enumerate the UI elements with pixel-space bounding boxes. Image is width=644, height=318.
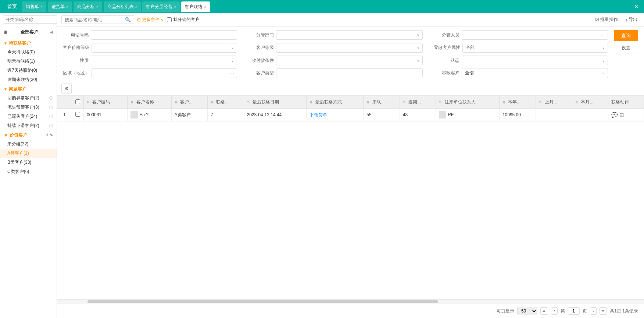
- nav-tab-product-analysis[interactable]: 商品分析 ×: [74, 1, 102, 12]
- nav-tab-sales[interactable]: 销售单 ×: [22, 1, 46, 12]
- row-last-type[interactable]: 下销货单: [307, 109, 364, 121]
- sidebar-item-class-b[interactable]: B类客户(33): [0, 158, 57, 167]
- nav-tab-customer-tier-close[interactable]: ×: [174, 5, 176, 9]
- dept-dropdown[interactable]: ∨: [276, 30, 422, 40]
- nav-tab-analysis-list-close[interactable]: ×: [135, 5, 137, 9]
- sidebar-item-repurchase-abnormal[interactable]: 回购异常客户(2) ⓘ: [0, 93, 57, 103]
- price-level-dropdown[interactable]: ∨: [92, 43, 237, 53]
- person-dotted[interactable]: ···: [462, 30, 608, 40]
- first-page-button[interactable]: «: [540, 307, 548, 315]
- row-checkbox[interactable]: [72, 109, 84, 121]
- col-this-month[interactable]: ⇅ 本月...: [572, 96, 608, 109]
- refresh-icon[interactable]: ↺: [45, 133, 49, 138]
- payment-dropdown[interactable]: ∨: [276, 56, 422, 65]
- filter-search-input[interactable]: [65, 17, 124, 22]
- sidebar-item-overdue-contact[interactable]: 逾期未联络(30): [0, 75, 57, 84]
- nav-tab-sales-close[interactable]: ×: [40, 5, 43, 9]
- col-this-year[interactable]: ⇅ 本年...: [499, 96, 536, 109]
- col-checkbox[interactable]: [72, 96, 84, 109]
- col-name[interactable]: ⇅ 客户名称: [128, 96, 171, 109]
- per-page-select[interactable]: 50 100 200: [517, 307, 537, 315]
- sidebar-item-class-a[interactable]: A类客户(1): [0, 149, 57, 158]
- last-contact-type-link[interactable]: 下销货单: [310, 112, 327, 117]
- col-this-month-label: 本月...: [581, 99, 593, 105]
- nav-tab-purchase[interactable]: 进货单 ×: [48, 1, 72, 12]
- more-filter-button[interactable]: ⊞ 更多条件 ∨: [137, 17, 164, 23]
- my-customer-checkbox[interactable]: [167, 17, 172, 22]
- next-page-button[interactable]: ›: [590, 307, 597, 315]
- repurchase-abnormal-label: 回购异常客户(2): [7, 95, 49, 101]
- all-customers-label: 全部客户: [21, 29, 38, 35]
- col-level[interactable]: ⇅ 客户...: [171, 96, 208, 109]
- phone-input[interactable]: [91, 30, 237, 40]
- col-last-type[interactable]: ⇅ 最后联络方式: [307, 96, 364, 109]
- row-select-checkbox[interactable]: [75, 112, 80, 117]
- select-all-checkbox[interactable]: [75, 99, 80, 104]
- filter-search-icon[interactable]: 🔍: [125, 17, 131, 22]
- col-contact-count[interactable]: ⇅ 联络...: [208, 96, 244, 109]
- customer-level-dropdown[interactable]: ∨: [276, 43, 422, 53]
- retail-label: 零散客户: [434, 70, 459, 76]
- filter-cell-retail-attr: 零散客户属性 全部 ∨: [434, 43, 608, 53]
- status-dropdown[interactable]: ∨: [462, 56, 608, 65]
- collapse-icon[interactable]: ◀: [50, 30, 53, 35]
- edit-icon[interactable]: ✎: [50, 133, 53, 138]
- section-arrow-pending: ▼: [4, 41, 7, 45]
- retail-attr-label: 零散客户属性: [434, 45, 460, 51]
- overdue-contact-label: 逾期未联络(30): [7, 77, 53, 83]
- nav-tab-product-analysis-close[interactable]: ×: [96, 5, 99, 9]
- nav-tab-customer-contact-close[interactable]: ×: [204, 5, 206, 9]
- col-index: [57, 96, 72, 109]
- retail-dropdown[interactable]: 全部 ∨: [462, 68, 608, 78]
- sidebar-item-churned[interactable]: 已流失客户(24) ⓘ: [0, 112, 57, 121]
- prev-page-button[interactable]: ‹: [551, 307, 558, 315]
- customer-level-arrow: ∨: [417, 46, 419, 50]
- export-button[interactable]: ↑ 导出: [623, 15, 640, 24]
- nav-tab-customer-tier[interactable]: 客户分层经营 ×: [142, 1, 180, 12]
- nav-tab-purchase-close[interactable]: ×: [66, 5, 68, 9]
- phone-label: 电话号码: [63, 32, 89, 38]
- query-button[interactable]: 查询: [614, 30, 638, 41]
- filter-cell-customer-level: 客户等级 ∨: [248, 43, 422, 53]
- setting-button[interactable]: 设置: [614, 43, 638, 53]
- nav-tab-analysis-list[interactable]: 商品分析列表 ×: [104, 1, 141, 12]
- class-b-label: B类客户(33): [7, 159, 53, 166]
- sidebar-item-tomorrow-pending[interactable]: 明天待联络(1): [0, 57, 57, 66]
- section-pending-label: 待联络客户: [9, 40, 31, 46]
- batch-op-button[interactable]: ☑ 批量操作: [593, 15, 620, 24]
- col-last-date[interactable]: ⇅ 最后联络日期: [244, 96, 307, 109]
- nav-home[interactable]: 首页: [3, 0, 21, 13]
- sidebar-item-unclassified[interactable]: 未分组(32): [0, 139, 57, 149]
- customer-type-input[interactable]: [276, 68, 422, 78]
- last-page-button[interactable]: »: [600, 307, 607, 315]
- close-all-tabs-button[interactable]: ×: [632, 3, 641, 10]
- col-unit-contact[interactable]: ⇅ 往来单位联系人: [436, 96, 500, 109]
- col-no-contact[interactable]: ⇅ 未联...: [364, 96, 400, 109]
- sidebar-all-customers[interactable]: ⊞ 全部客户 ◀: [0, 26, 57, 38]
- nav-tab-customer-contact-label: 客户联络: [185, 4, 203, 10]
- sidebar-item-churn-warning[interactable]: 流失预警客户(3) ⓘ: [0, 103, 57, 112]
- horizontal-scrollbar[interactable]: [57, 299, 644, 304]
- per-page-label: 每页显示: [497, 308, 514, 314]
- col-code[interactable]: ⇅ 客户编码: [84, 96, 128, 109]
- table-wrapper[interactable]: ⇅ 客户编码 ⇅ 客户名称 ⇅ 客户...: [57, 96, 644, 299]
- qr-icon[interactable]: ⊞: [620, 112, 624, 118]
- page-number-input[interactable]: [568, 307, 580, 315]
- sidebar-search-input[interactable]: [3, 15, 57, 24]
- sort-icon-code: ⇅: [87, 100, 90, 104]
- col-overdue[interactable]: ⇅ 逾期...: [400, 96, 436, 109]
- chat-icon[interactable]: 💬: [611, 112, 618, 118]
- sidebar-item-today-pending[interactable]: 今天待联络(0): [0, 47, 57, 57]
- column-settings-button[interactable]: ⚙: [61, 84, 72, 94]
- sidebar-item-7days-pending[interactable]: 近7天待联络(0): [0, 66, 57, 75]
- my-customer-checkbox-area[interactable]: 我分管的客户: [167, 17, 200, 23]
- nature-dropdown[interactable]: ∨: [91, 56, 237, 65]
- nav-tab-customer-contact[interactable]: 客户联络 ×: [181, 1, 210, 12]
- filter-cell-person: 分管人员 ···: [434, 30, 608, 40]
- scroll-thumb[interactable]: [87, 300, 438, 303]
- retail-attr-dropdown[interactable]: 全部 ∨: [462, 43, 608, 53]
- sidebar-item-declining[interactable]: 持续下滑客户(2) ⓘ: [0, 121, 57, 130]
- col-last-month[interactable]: ⇅ 上月...: [536, 96, 572, 109]
- sidebar-item-class-c[interactable]: C类客户(6): [0, 167, 57, 176]
- region-dotted[interactable]: ···: [92, 68, 237, 78]
